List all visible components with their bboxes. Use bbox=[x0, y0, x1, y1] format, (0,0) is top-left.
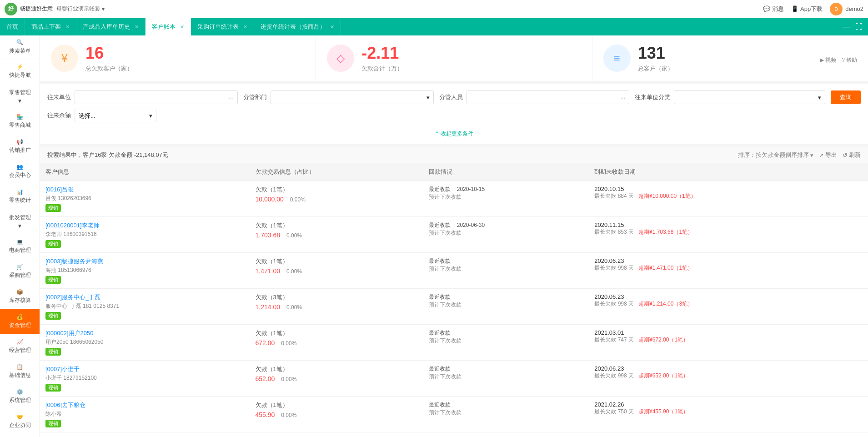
overdue-amount-4[interactable]: 超期¥672.00（1笔） bbox=[638, 337, 688, 343]
debt-amount-2[interactable]: 1,471.00 bbox=[256, 267, 281, 275]
user-area[interactable]: D demo2 bbox=[830, 3, 863, 15]
sidebar-item-retail-mgmt[interactable]: 零售管理 ▼ bbox=[0, 84, 40, 109]
sidebar-item-retail-store[interactable]: 🏪 零售商城 bbox=[0, 109, 40, 134]
video-btn[interactable]: ▶ 视频 bbox=[820, 56, 836, 64]
tab-customer-account[interactable]: 客户账本 ✕ bbox=[146, 18, 191, 35]
nav-tabs-expand-icon[interactable]: ⛶ bbox=[853, 22, 864, 32]
customer-name-0[interactable]: [0016]吕俊 bbox=[45, 186, 245, 194]
td-collect-6: 最近收款 预计下次收款 bbox=[423, 397, 589, 432]
overdue-amount-1[interactable]: 超期¥1,703.68（1笔） bbox=[638, 229, 693, 235]
recent-collect-3: 最近收款 bbox=[429, 293, 583, 301]
stats-bar: ¥ 16 总欠款客户（家） ◇ -2.11 欠款合计（万） ≡ 131 总客户（… bbox=[40, 35, 868, 81]
sidebar-item-capital-mgmt[interactable]: 💰 资金管理 bbox=[0, 309, 40, 334]
sidebar-search[interactable]: 🔍 搜索菜单 bbox=[0, 35, 40, 59]
filter-source-unit-label: 往来单位 bbox=[47, 93, 71, 101]
sidebar-item-operations[interactable]: 📈 经营管理 bbox=[0, 334, 40, 359]
td-due-5: 2020.06.23 最长欠款 998 天 超期¥652.00（1笔） bbox=[589, 361, 868, 397]
nav-tabs: 首页 商品上下架 ✕ 产成品入库单历史 ✕ 客户账本 ✕ 采购订单统计表 ✕ 进… bbox=[0, 18, 868, 35]
customer-name-6[interactable]: [0006]去下粮仓 bbox=[45, 401, 245, 409]
overdue-amount-0[interactable]: 超期¥10,000.00（1笔） bbox=[638, 193, 696, 199]
tab-home[interactable]: 首页 bbox=[0, 18, 25, 35]
sidebar-item-new-guide[interactable]: 🎯 新手引导 bbox=[0, 434, 40, 437]
person-text-input[interactable] bbox=[471, 94, 621, 101]
debt-count-5: 欠款（1笔） bbox=[256, 365, 418, 373]
debt-count-4: 欠款（1笔） bbox=[256, 329, 418, 337]
debt-percent-6: 0.00% bbox=[281, 412, 296, 418]
tab-products-close-icon[interactable]: ✕ bbox=[65, 24, 70, 30]
nav-tabs-minimize-icon[interactable]: — bbox=[841, 22, 852, 32]
app-download-btn[interactable]: 📱 App下载 bbox=[791, 5, 823, 13]
td-customer-0: [0016]吕俊 吕俊 13026203696 现销 bbox=[40, 181, 250, 217]
tab-inbound-stats[interactable]: 进货单统计表（按商品） ✕ bbox=[254, 18, 341, 35]
td-customer-7: [000001]黄思源 黄思源 13552700226 现销 bbox=[40, 432, 250, 437]
customer-name-4[interactable]: [000002]用户2050 bbox=[45, 329, 245, 337]
sidebar-item-ecommerce[interactable]: 💻 电商管理 bbox=[0, 234, 40, 259]
sidebar-item-quick-nav[interactable]: ⚡ 快捷导航 bbox=[0, 59, 40, 84]
tab-production[interactable]: 产成品入库单历史 ✕ bbox=[76, 18, 146, 35]
export-btn[interactable]: ↗ 导出 bbox=[819, 151, 837, 159]
system-mgmt-label: 系统管理 bbox=[9, 397, 31, 404]
sidebar-item-retail-stats[interactable]: 📊 零售统计 bbox=[0, 184, 40, 209]
message-btn[interactable]: 💬 消息 bbox=[763, 5, 784, 13]
sidebar-item-marketing[interactable]: 📢 营销推广 bbox=[0, 134, 40, 159]
debt-amount-6[interactable]: 455.90 bbox=[256, 411, 275, 418]
stat-total-customers-label: 总客户（家） bbox=[638, 65, 673, 73]
filter-balance-select[interactable]: 选择... ▾ bbox=[75, 109, 156, 122]
collapse-bar[interactable]: ⌃ 收起更多条件 bbox=[47, 127, 861, 141]
customer-name-2[interactable]: [0003]畅捷服务尹海燕 bbox=[45, 257, 245, 266]
retail-stats-icon: 📊 bbox=[16, 189, 23, 195]
debt-amount-4[interactable]: 672.00 bbox=[256, 339, 275, 347]
sidebar-item-system-mgmt[interactable]: ⚙️ 系统管理 bbox=[0, 384, 40, 409]
stat-debt-total-label: 欠款合计（万） bbox=[361, 65, 403, 73]
next-collect-4: 预计下次收款 bbox=[429, 337, 583, 345]
sidebar-item-batch-mgmt[interactable]: 批发管理 ▼ bbox=[0, 209, 40, 234]
tab-customer-account-close-icon[interactable]: ✕ bbox=[180, 24, 184, 30]
table-row: [0003]畅捷服务尹海燕 海燕 18513066976 现销 欠款（1笔） 1… bbox=[40, 253, 868, 289]
tab-production-close-icon[interactable]: ✕ bbox=[135, 24, 139, 30]
td-debt-5: 欠款（1笔） 652.00 0.00% bbox=[250, 361, 424, 397]
filter-person-input[interactable]: ··· bbox=[467, 90, 630, 104]
customer-name-5[interactable]: [0007]小迸千 bbox=[45, 365, 245, 373]
tab-products[interactable]: 商品上下架 ✕ bbox=[25, 18, 76, 35]
td-customer-3: [0002]服务中心_丁磊 服务中心_丁磊 181 0125 8371 现销 bbox=[40, 289, 250, 325]
logo-text: 畅捷通好生意 bbox=[20, 5, 53, 13]
tab-inbound-stats-close-icon[interactable]: ✕ bbox=[330, 24, 334, 30]
filter-dept-select[interactable]: ▾ bbox=[271, 90, 434, 104]
filter-source-unit-input[interactable]: ··· bbox=[75, 90, 238, 104]
tab-purchase-order[interactable]: 采购订单统计表 ✕ bbox=[191, 18, 254, 35]
company-select[interactable]: 母婴行业演示账套 ▾ bbox=[56, 5, 105, 13]
max-days-4: 最长欠款 747 天 超期¥672.00（1笔） bbox=[594, 336, 863, 344]
sidebar-item-member-center[interactable]: 👥 会员中心 bbox=[0, 159, 40, 184]
purchase-mgmt-label: 采购管理 bbox=[9, 271, 31, 279]
sidebar-item-basic-info[interactable]: 📋 基础信息 bbox=[0, 359, 40, 384]
debt-amount-3[interactable]: 1,214.00 bbox=[256, 303, 281, 311]
debt-percent-3: 0.00% bbox=[286, 304, 302, 311]
customer-name-1[interactable]: [0001020001]李老师 bbox=[45, 221, 245, 230]
search-button[interactable]: 查询 bbox=[831, 90, 861, 104]
overdue-amount-3[interactable]: 超期¥1,214.00（3笔） bbox=[638, 301, 693, 307]
overdue-amount-5[interactable]: 超期¥652.00（1笔） bbox=[638, 372, 688, 379]
tab-purchase-order-close-icon[interactable]: ✕ bbox=[243, 24, 247, 30]
debt-amount-0[interactable]: 10,000.00 bbox=[256, 196, 284, 203]
help-btn[interactable]: ? 帮助 bbox=[842, 56, 857, 64]
marketing-label: 营销推广 bbox=[9, 146, 31, 154]
dept-select-input[interactable] bbox=[275, 94, 426, 101]
overdue-amount-6[interactable]: 超期¥455.90（1笔） bbox=[638, 408, 688, 415]
overdue-amount-2[interactable]: 超期¥1,471.00（1笔） bbox=[638, 265, 693, 271]
recent-collect-2: 最近收款 bbox=[429, 257, 583, 265]
source-unit-text-input[interactable] bbox=[79, 94, 229, 101]
balance-select-input[interactable]: 选择... bbox=[79, 112, 149, 119]
refresh-btn[interactable]: ↺ 刷新 bbox=[843, 151, 861, 159]
unit-type-select-input[interactable] bbox=[678, 94, 818, 101]
table-row: [000002]用户2050 用户2050 18665062050 现销 欠款（… bbox=[40, 325, 868, 361]
filter-unit-type-select[interactable]: ▾ bbox=[674, 90, 825, 104]
sidebar-item-enterprise-coop[interactable]: 🤝 企业协同 bbox=[0, 409, 40, 434]
stat-total-customers-content: 131 总客户（家） bbox=[638, 44, 673, 73]
logo-icon: 好 bbox=[5, 3, 17, 15]
sidebar-item-purchase-mgmt[interactable]: 🛒 采购管理 bbox=[0, 259, 40, 284]
due-date-6: 2021.02.26 bbox=[594, 401, 863, 408]
customer-name-3[interactable]: [0002]服务中心_丁磊 bbox=[45, 293, 245, 301]
debt-amount-1[interactable]: 1,703.68 bbox=[256, 231, 281, 239]
debt-amount-5[interactable]: 652.00 bbox=[256, 375, 275, 382]
sidebar-item-inventory[interactable]: 📦 库存核算 bbox=[0, 284, 40, 309]
